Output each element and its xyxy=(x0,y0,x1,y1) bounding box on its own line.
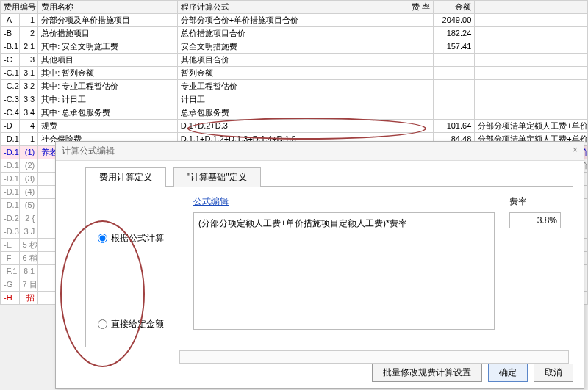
table-row[interactable]: -B2总价措施项目总价措施项目合价182.24 xyxy=(1,27,588,40)
cell-amount[interactable] xyxy=(433,54,474,67)
col-header-amount[interactable]: 金额 xyxy=(433,1,474,14)
cell-seq[interactable]: 6.1 xyxy=(19,265,38,278)
col-header-remark[interactable] xyxy=(475,1,588,14)
cell-amount[interactable] xyxy=(433,67,474,80)
cell-rate[interactable] xyxy=(392,40,433,54)
radio-by-formula[interactable]: 根据公式计算 xyxy=(98,232,179,245)
cell-formula[interactable]: 专业工程暂估价 xyxy=(177,80,392,93)
cell-id[interactable]: -D.2 xyxy=(1,212,20,225)
cell-id[interactable]: -C xyxy=(1,54,20,67)
close-icon[interactable]: × xyxy=(573,145,578,157)
tab-basis-definition[interactable]: "计算基础"定义 xyxy=(173,167,261,187)
cell-id[interactable]: -D xyxy=(1,120,20,133)
cell-id[interactable]: -D.1.4 xyxy=(1,186,20,199)
col-header-id[interactable]: 费用编号 xyxy=(1,1,38,14)
cell-name[interactable]: 其中: 暂列金额 xyxy=(38,67,178,80)
cell-formula[interactable]: 暂列金额 xyxy=(177,67,392,80)
cell-remark[interactable] xyxy=(475,80,588,93)
cell-formula[interactable]: 计日工 xyxy=(177,93,392,106)
table-row[interactable]: -D4规费D.1+D.2+D.3101.64分部分项清单定额人工费+单价措施项目 xyxy=(1,120,588,133)
cell-seq[interactable]: (4) xyxy=(19,186,38,199)
cell-seq[interactable]: 1 xyxy=(19,14,38,27)
cell-id[interactable]: -C.1 xyxy=(1,67,20,80)
col-header-name[interactable]: 费用名称 xyxy=(38,1,178,14)
cell-amount[interactable]: 182.24 xyxy=(433,27,474,40)
cell-name[interactable]: 其中: 安全文明施工费 xyxy=(38,40,178,54)
cell-name[interactable]: 分部分项及单价措施项目 xyxy=(38,14,178,27)
table-row[interactable]: -C3其他项目其他项目合价 xyxy=(1,54,588,67)
cell-seq[interactable]: 4 xyxy=(19,120,38,133)
formula-textarea[interactable] xyxy=(193,212,495,330)
cell-rate[interactable] xyxy=(392,120,433,133)
cell-seq[interactable]: 2 xyxy=(19,27,38,40)
cell-id[interactable]: -E xyxy=(1,239,20,252)
cell-name[interactable]: 其中: 总承包服务费 xyxy=(38,106,178,120)
table-row[interactable]: -C.13.1其中: 暂列金额暂列金额 xyxy=(1,67,588,80)
cell-id[interactable]: -D.1.5 xyxy=(1,199,20,212)
cell-remark[interactable] xyxy=(475,67,588,80)
cell-formula[interactable]: 总承包服务费 xyxy=(177,106,392,120)
cell-id[interactable]: -D.3 xyxy=(1,225,20,239)
cell-id[interactable]: -C.2 xyxy=(1,80,20,93)
cell-remark[interactable] xyxy=(475,27,588,40)
cell-remark[interactable] xyxy=(475,106,588,120)
cell-seq[interactable]: 招 xyxy=(19,292,38,305)
fixed-amount-input[interactable] xyxy=(179,350,569,364)
cell-formula[interactable]: 总价措施项目合价 xyxy=(177,27,392,40)
cell-amount[interactable] xyxy=(433,93,474,106)
cell-seq[interactable]: 3.3 xyxy=(19,93,38,106)
cell-amount[interactable]: 157.41 xyxy=(433,40,474,54)
cell-rate[interactable] xyxy=(392,93,433,106)
radio-fixed-amount[interactable]: 直接给定金额 xyxy=(98,318,179,331)
radio-fixed-amount-input[interactable] xyxy=(98,319,107,329)
cell-formula[interactable]: 分部分项合价+单价措施项目合价 xyxy=(177,14,392,27)
cell-seq[interactable]: 6 稍 xyxy=(19,252,38,265)
cell-seq[interactable]: 3 J xyxy=(19,225,38,239)
cell-seq[interactable]: 2 { xyxy=(19,212,38,225)
cell-rate[interactable] xyxy=(392,14,433,27)
cell-name[interactable]: 其他项目 xyxy=(38,54,178,67)
table-row[interactable]: -B.12.1其中: 安全文明施工费安全文明措施费157.41 xyxy=(1,40,588,54)
cell-seq[interactable]: 2.1 xyxy=(19,40,38,54)
cell-formula[interactable]: 其他项目合价 xyxy=(177,54,392,67)
cell-seq[interactable]: 1 xyxy=(19,133,38,146)
batch-edit-button[interactable]: 批量修改规费计算设置 xyxy=(372,364,482,382)
cell-seq[interactable]: 3.2 xyxy=(19,80,38,93)
table-row[interactable]: -C.23.2其中: 专业工程暂估价专业工程暂估价 xyxy=(1,80,588,93)
cell-remark[interactable] xyxy=(475,93,588,106)
cell-remark[interactable] xyxy=(475,54,588,67)
table-row[interactable]: -C.43.4其中: 总承包服务费总承包服务费 xyxy=(1,106,588,120)
formula-edit-link[interactable]: 公式编辑 xyxy=(193,196,229,206)
cell-id[interactable]: -D.1.2 xyxy=(1,159,20,173)
cell-seq[interactable]: 3.1 xyxy=(19,67,38,80)
cell-remark[interactable] xyxy=(475,40,588,54)
cell-amount[interactable]: 101.64 xyxy=(433,120,474,133)
cell-id[interactable]: -H xyxy=(1,292,20,305)
cell-id[interactable]: -B.1 xyxy=(1,40,20,54)
cell-id[interactable]: -C.4 xyxy=(1,106,20,120)
cell-amount[interactable]: 2049.00 xyxy=(433,14,474,27)
rate-input[interactable] xyxy=(509,212,561,228)
cell-name[interactable]: 规费 xyxy=(38,120,178,133)
dialog-titlebar[interactable]: 计算公式编辑 × xyxy=(56,142,584,161)
cell-id[interactable]: -B xyxy=(1,27,20,40)
cell-seq[interactable]: (2) xyxy=(19,159,38,173)
radio-by-formula-input[interactable] xyxy=(98,234,107,243)
cell-amount[interactable] xyxy=(433,106,474,120)
table-row[interactable]: -C.33.3其中: 计日工计日工 xyxy=(1,93,588,106)
cell-rate[interactable] xyxy=(392,54,433,67)
cell-rate[interactable] xyxy=(392,67,433,80)
cell-seq[interactable]: 5 秒 xyxy=(19,239,38,252)
cell-id[interactable]: -D.1.3 xyxy=(1,173,20,186)
cell-id[interactable]: -A xyxy=(1,14,20,27)
col-header-formula[interactable]: 程序计算公式 xyxy=(177,1,392,14)
table-row[interactable]: -A1分部分项及单价措施项目分部分项合价+单价措施项目合价2049.00 xyxy=(1,14,588,27)
cell-seq[interactable]: (1) xyxy=(19,146,38,159)
cancel-button[interactable]: 取消 xyxy=(534,364,573,382)
cell-name[interactable]: 其中: 计日工 xyxy=(38,93,178,106)
cell-rate[interactable] xyxy=(392,106,433,120)
cell-id[interactable]: -D.1 xyxy=(1,133,20,146)
cell-seq[interactable]: 3 xyxy=(19,54,38,67)
cell-rate[interactable] xyxy=(392,80,433,93)
cell-remark[interactable]: 分部分项清单定额人工费+单价措施项目 xyxy=(475,120,588,133)
